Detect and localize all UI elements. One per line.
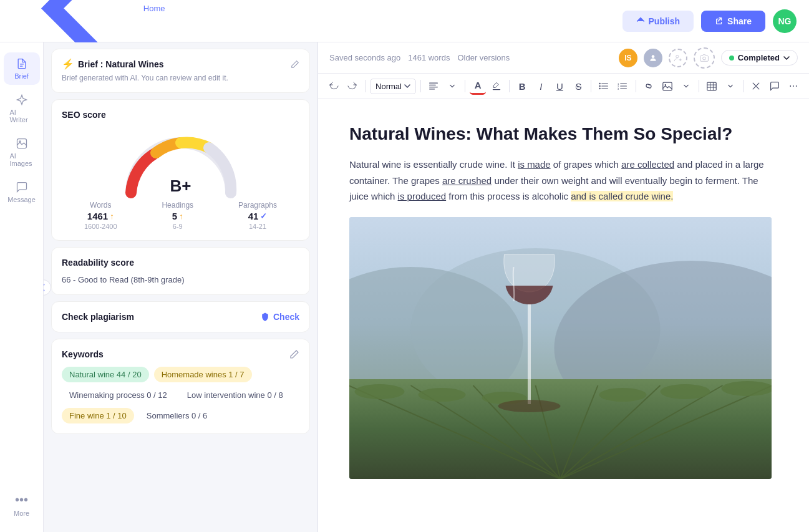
ai-writer-label: AI Writer (10, 109, 34, 123)
redo-icon (347, 81, 357, 91)
font-color-icon: A (475, 80, 482, 90)
style-label: Normal (375, 82, 402, 91)
headings-arrow-icon: ↑ (179, 211, 183, 221)
bold-button[interactable]: B (514, 77, 530, 95)
brief-title: ⚡ Brief : Natural Wines (62, 58, 299, 70)
camera-button[interactable] (694, 47, 715, 69)
completed-chevron-icon (783, 56, 790, 60)
publish-button[interactable]: Publish (622, 11, 694, 32)
redo-button[interactable] (344, 77, 361, 95)
brief-icon (16, 57, 28, 70)
italic-button[interactable]: I (533, 77, 549, 95)
message-label: Message (7, 196, 36, 203)
svg-rect-11 (662, 82, 671, 90)
ai-images-label: AI Images (10, 152, 34, 167)
paragraphs-value: 41 ✓ (248, 211, 268, 221)
sidebar-item-more[interactable]: ••• More (4, 488, 40, 522)
paragraphs-label: Paragraphs (238, 201, 277, 210)
keyword-tag-fine-wine[interactable]: Fine wine 1 / 10 (62, 408, 134, 423)
divider-5 (591, 80, 591, 92)
main-layout: Brief AI Writer AI Images Message ••• Mo… (0, 42, 809, 532)
divider-7 (699, 80, 699, 92)
completed-badge[interactable]: Completed (721, 50, 798, 65)
completed-dot-icon (729, 56, 734, 60)
plagiarism-section: Check plagiarism Check (51, 301, 310, 332)
sidebar-item-message[interactable]: Message (4, 176, 40, 208)
add-collaborator-button[interactable] (669, 49, 687, 67)
image-button[interactable] (659, 77, 676, 95)
numbered-list-button[interactable]: 1 2 3 (614, 77, 631, 95)
table-button[interactable] (704, 77, 720, 95)
clear-format-button[interactable] (748, 77, 764, 95)
sidebar-item-ai-writer[interactable]: AI Writer (4, 89, 40, 128)
share-icon (715, 17, 724, 26)
sidebar-item-brief[interactable]: Brief (4, 52, 40, 85)
align-button[interactable] (425, 77, 442, 95)
highlight-button[interactable] (488, 77, 505, 95)
edit-keywords-icon[interactable] (289, 349, 299, 359)
align-chevron-button[interactable] (444, 77, 460, 95)
font-color-button[interactable]: A (470, 77, 486, 95)
svg-point-32 (722, 381, 772, 396)
divider-3 (465, 80, 465, 92)
image-chevron-button[interactable] (678, 77, 694, 95)
readability-section: Readability score 66 - Good to Read (8th… (51, 247, 310, 295)
avatar-is: IS (619, 49, 637, 67)
headings-range: 6-9 (173, 223, 183, 230)
sidebar: Brief AI Writer AI Images Message ••• Mo… (0, 42, 44, 532)
svg-point-2 (651, 55, 654, 58)
collapse-icon (44, 283, 46, 292)
check-label: Check (273, 312, 299, 322)
more-label: More (14, 510, 29, 517)
readability-text: 66 - Good to Read (8th-9th grade) (62, 275, 299, 284)
svg-point-27 (355, 384, 405, 399)
ai-writer-icon (16, 94, 28, 106)
bullet-list-button[interactable] (596, 77, 612, 95)
align-icon (429, 82, 438, 90)
words-count: 1461 words (408, 53, 450, 62)
words-arrow-icon: ↑ (110, 211, 114, 221)
image-chevron-icon (684, 84, 689, 88)
inline-link-4: is produced (398, 191, 447, 201)
older-versions-link[interactable]: Older versions (457, 53, 510, 62)
words-label: Words (90, 201, 111, 210)
image-icon (662, 82, 672, 91)
underline-button[interactable]: U (551, 77, 568, 95)
svg-point-3 (676, 55, 679, 57)
share-button[interactable]: Share (701, 11, 765, 32)
svg-point-6 (599, 85, 601, 87)
more-options-button[interactable]: ⋯ (785, 77, 802, 95)
keyword-tag-homemade-wines[interactable]: Homemade wines 1 / 7 (154, 367, 252, 382)
keyword-tag-low-intervention[interactable]: Low intervention wine 0 / 8 (180, 387, 291, 403)
header-actions: Publish Share NG (622, 9, 797, 33)
svg-point-7 (599, 88, 601, 89)
undo-icon (329, 81, 339, 91)
highlighted-text: and is called crude wine. (571, 191, 673, 201)
saved-text: Saved seconds ago (329, 53, 400, 62)
inline-link-1: is made (518, 159, 551, 170)
sidebar-item-ai-images[interactable]: AI Images (4, 132, 40, 172)
keyword-tag-natural-wine[interactable]: Natural wine 44 / 20 (62, 367, 149, 382)
strikethrough-button[interactable]: S (570, 77, 586, 95)
keyword-tag-winemaking[interactable]: Winemaking process 0 / 12 (62, 387, 175, 403)
home-label: Home (143, 4, 165, 13)
undo-button[interactable] (326, 77, 342, 95)
table-chevron-button[interactable] (722, 77, 739, 95)
keywords-title: Keywords (62, 349, 104, 359)
comment-button[interactable] (767, 77, 783, 95)
link-button[interactable] (640, 77, 656, 95)
editor-area: Saved seconds ago 1461 words Older versi… (318, 42, 809, 532)
collapse-panel-button[interactable] (44, 279, 51, 296)
keyword-tag-sommeliers[interactable]: Sommeliers 0 / 6 (139, 408, 215, 423)
topbar-right: IS (619, 47, 798, 69)
user-avatar[interactable]: NG (773, 9, 797, 33)
headings-stat: Headings 5 ↑ 6-9 (162, 201, 193, 230)
article-heading: Natural Wines: What Makes Them So Specia… (349, 124, 772, 144)
highlight-icon (492, 81, 501, 91)
seo-gauge: B+ (62, 127, 299, 196)
style-selector[interactable]: Normal (370, 79, 416, 94)
check-plagiarism-button[interactable]: Check (260, 312, 299, 322)
avatar-grey[interactable] (644, 49, 662, 67)
editor-content[interactable]: Natural Wines: What Makes Them So Specia… (318, 99, 809, 532)
edit-brief-icon[interactable] (291, 60, 299, 69)
